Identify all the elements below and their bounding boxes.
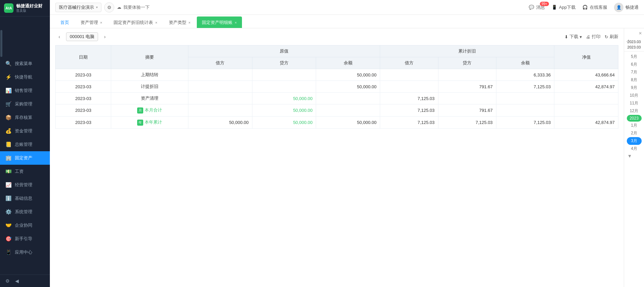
refresh-label: 刷新 <box>610 34 618 40</box>
tab-depreciation-stats[interactable]: 固定资产折旧统计表× <box>109 17 162 28</box>
message-badge: 99+ <box>540 2 549 6</box>
print-button[interactable]: 🖨 打印 <box>586 34 601 40</box>
settings-icon[interactable]: ⚙ <box>5 278 10 284</box>
sidebar-item-system[interactable]: ⚙️系统管理 <box>0 205 50 219</box>
tab-close-depreciation-stats[interactable]: × <box>155 21 157 25</box>
sidebar-item-funds[interactable]: 💰资金管理 <box>0 124 50 138</box>
refresh-button[interactable]: ↻ 刷新 <box>605 34 618 40</box>
sidebar-item-app-center[interactable]: 📱应用中心 <box>0 246 50 259</box>
sidebar-label-operations: 经营管理 <box>15 182 32 188</box>
content-area: ‹ 000001 电脑 › ⬇ 下载 ▾ 🖨 打印 <box>50 28 644 287</box>
tab-label-asset-mgmt: 资产管理 <box>81 20 98 26</box>
company-selector[interactable]: 医疗器械行业演示 ▾ <box>55 3 101 12</box>
cell-4-1: 年本年累计 <box>111 117 188 129</box>
fixed-assets-icon: 🏢 <box>5 155 11 161</box>
sidebar-item-operations[interactable]: 📈经营管理 <box>0 178 50 192</box>
sidebar-label-inventory: 库存核算 <box>15 115 32 121</box>
sidebar-item-sales[interactable]: 📊销售管理 <box>0 84 50 97</box>
cell-0-0: 2023-03 <box>56 69 111 81</box>
sidebar-label-app-center: 应用中心 <box>15 249 32 255</box>
cell-4-8: 42,874.97 <box>554 117 618 129</box>
timeline-month-12月[interactable]: 12月 <box>627 107 642 115</box>
experience-button[interactable]: ☁ 我要体验一下 <box>117 4 150 10</box>
timeline-month-8月[interactable]: 8月 <box>627 76 642 84</box>
next-asset-button[interactable]: › <box>101 33 109 41</box>
sidebar-item-basic-info[interactable]: ℹ️基础信息 <box>0 192 50 205</box>
online-service-action[interactable]: 🎧 在线客服 <box>582 4 607 10</box>
tab-label-home: 首页 <box>60 20 69 26</box>
enterprise-icon: 🤝 <box>5 222 11 228</box>
user-profile[interactable]: 👤 畅捷通 <box>614 3 639 12</box>
timeline-month-2月[interactable]: 2月 <box>627 129 642 137</box>
tab-close-asset-type[interactable]: × <box>188 21 190 25</box>
collapse-icon[interactable]: ◀ <box>15 278 19 284</box>
cell-3-1: 月本月合计 <box>111 104 188 117</box>
cell-4-0: 2023-03 <box>56 117 111 129</box>
sales-icon: 📊 <box>5 88 11 94</box>
sidebar-item-guide[interactable]: 🎯新手引导 <box>0 232 50 246</box>
timeline-month-10月[interactable]: 10月 <box>627 92 642 99</box>
col-group-yuanzhi: 原值 <box>188 45 380 57</box>
tab-label-asset-type: 资产类型 <box>169 20 186 26</box>
timeline-month-7月[interactable]: 7月 <box>627 68 642 76</box>
cell-0-2 <box>188 69 252 81</box>
logo-subtitle: 普及版 <box>16 9 42 13</box>
timeline-month-1月[interactable]: 1月 <box>627 122 642 129</box>
download-label: 下载 <box>570 34 578 40</box>
cell-1-2 <box>188 81 252 93</box>
download-button[interactable]: ⬇ 下载 ▾ <box>564 34 582 40</box>
sidebar-item-ledger[interactable]: 📒总账管理 <box>0 138 50 151</box>
timeline-panel: ✕ ⤢ 2023.03 2023.03 5月6月7月8月9月10月11月12月2… <box>624 28 644 287</box>
main-area: 医疗器械行业演示 ▾ ⚙ ☁ 我要体验一下 💬 消息 99+ 📱 App下载 🎧… <box>50 0 644 287</box>
phone-icon: 📱 <box>552 5 557 10</box>
timeline-month-6月[interactable]: 6月 <box>627 61 642 68</box>
asset-detail-table: 日期 摘要 原值 累计折旧 净值 借方 贷方 余额 借方 贷方 余额 <box>55 45 618 129</box>
timeline-month-3月[interactable]: 3月 <box>627 137 642 145</box>
cell-3-7 <box>496 104 554 117</box>
sidebar-label-funds: 资金管理 <box>15 128 32 134</box>
app-download-label: App下载 <box>559 4 576 10</box>
tab-asset-detail[interactable]: 固定资产明细账× <box>197 17 242 28</box>
cell-2-8 <box>554 93 618 104</box>
cell-2-2 <box>188 93 252 104</box>
sidebar-label-fixed-assets: 固定资产 <box>15 155 32 161</box>
header-settings-button[interactable]: ⚙ <box>104 2 114 12</box>
asset-badge: 000001 电脑 <box>66 32 98 41</box>
timeline-month-5月[interactable]: 5月 <box>627 53 642 61</box>
table-container: 日期 摘要 原值 累计折旧 净值 借方 贷方 余额 借方 贷方 余额 <box>55 45 618 283</box>
sidebar-item-purchase[interactable]: 🛒采购管理 <box>0 97 50 111</box>
cell-1-3 <box>252 81 316 93</box>
timeline-year-badge-2023[interactable]: 2023 <box>627 115 642 122</box>
timeline-month-9月[interactable]: 9月 <box>627 84 642 92</box>
app-download-action[interactable]: 📱 App下载 <box>552 4 576 10</box>
prev-asset-button[interactable]: ‹ <box>55 33 63 41</box>
sidebar-item-fixed-assets[interactable]: 🏢固定资产 <box>0 151 50 165</box>
refresh-icon: ↻ <box>605 34 608 39</box>
timeline-month-4月[interactable]: 4月 <box>627 145 642 153</box>
tab-close-asset-detail[interactable]: × <box>235 21 237 25</box>
tab-asset-type[interactable]: 资产类型× <box>164 17 195 28</box>
sidebar-item-payroll[interactable]: 💵工资 <box>0 165 50 178</box>
sidebar-item-quick-nav[interactable]: ⚡快捷导航 <box>0 70 50 84</box>
tab-home[interactable]: 首页 <box>55 17 74 28</box>
cell-0-8: 43,666.64 <box>554 69 618 81</box>
cell-1-5 <box>380 81 438 93</box>
col-yuanzhi-debit: 借方 <box>188 57 252 69</box>
sidebar-item-search[interactable]: 🔍搜索菜单 <box>0 57 50 70</box>
sidebar-item-enterprise[interactable]: 🤝企业协同 <box>0 219 50 232</box>
tab-close-asset-mgmt[interactable]: × <box>100 21 102 25</box>
cell-0-4: 50,000.00 <box>316 69 380 81</box>
sidebar-label-quick-nav: 快捷导航 <box>15 74 32 80</box>
timeline-content: 5月6月7月8月9月10月11月12月20231月2月3月4月▼ <box>627 53 642 159</box>
sidebar-item-inventory[interactable]: 📦库存核算 <box>0 111 50 124</box>
cell-4-6: 7,125.03 <box>438 117 496 129</box>
tab-asset-mgmt[interactable]: 资产管理× <box>75 17 107 28</box>
download-icon: ⬇ <box>564 34 568 39</box>
timeline-month-11月[interactable]: 11月 <box>627 99 642 107</box>
tag-icon-3: 月 <box>137 107 143 114</box>
message-action[interactable]: 💬 消息 99+ <box>529 4 545 10</box>
timeline-expand-button[interactable]: ⤢ <box>626 38 630 43</box>
timeline-close-button[interactable]: ✕ <box>639 31 642 36</box>
sidebar-bottom: ⚙ ◀ <box>0 275 50 287</box>
timeline-scroll-down[interactable]: ▼ <box>627 153 642 159</box>
